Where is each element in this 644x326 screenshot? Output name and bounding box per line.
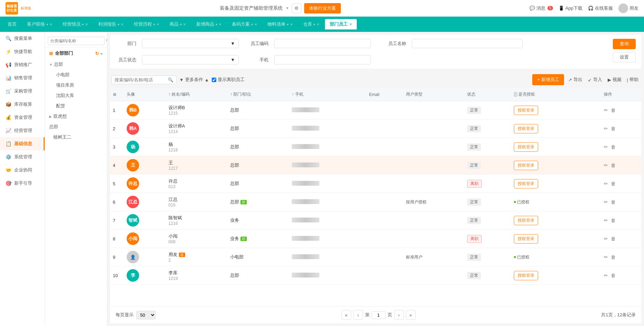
cell-empty: [580, 120, 601, 138]
sidebar-item-business[interactable]: 📈 经营管理: [0, 124, 45, 137]
first-page-button[interactable]: «: [342, 310, 351, 320]
app-download-button[interactable]: 📱 App下载: [559, 5, 582, 11]
import-button[interactable]: ↙ 导入: [587, 75, 604, 84]
edit-icon[interactable]: ✏: [604, 254, 608, 260]
message-button[interactable]: 💬 消息 5: [529, 5, 553, 11]
auth-login-button[interactable]: 授权登录: [514, 271, 538, 280]
edit-icon[interactable]: ✏: [604, 236, 608, 241]
delete-icon[interactable]: 🗑: [611, 199, 616, 205]
auth-login-button[interactable]: 授权登录: [514, 216, 538, 225]
tab-profit[interactable]: 利润报告 ▾ ✕: [93, 19, 128, 29]
next-page-button[interactable]: ›: [394, 310, 404, 320]
online-service-button[interactable]: 🎧 在线客服: [588, 5, 613, 11]
export-button[interactable]: ↗ 导出: [567, 75, 584, 84]
edit-icon[interactable]: ✏: [604, 218, 608, 223]
tab-add-goods[interactable]: 新增商品 ▾ ✕: [191, 19, 226, 29]
dropdown-icon[interactable]: ▼: [285, 6, 289, 10]
auth-login-button[interactable]: 授权登录: [514, 234, 538, 244]
sidebar-item-purchase[interactable]: 🛒 采购管理: [0, 85, 45, 98]
show-resigned-checkbox[interactable]: 显示离职员工: [212, 77, 245, 83]
help-button[interactable]: | 帮助: [626, 75, 640, 84]
tree-node-electronics[interactable]: 小电部: [45, 70, 107, 80]
delete-icon[interactable]: 🗑: [611, 254, 616, 260]
edit-icon[interactable]: ✏: [604, 126, 608, 131]
last-page-button[interactable]: »: [406, 310, 416, 320]
tree-search-input[interactable]: [48, 37, 105, 45]
user-menu[interactable]: 用友: [618, 3, 638, 13]
guide-icon: 🎯: [6, 180, 11, 186]
sidebar-item-collab[interactable]: 🤝 企业协同: [0, 164, 45, 177]
status-select[interactable]: ▼: [142, 55, 239, 64]
tree-node-head-office[interactable]: ▼ 总部: [45, 59, 107, 70]
sidebar-item-basic[interactable]: 📋 基础信息: [0, 137, 45, 150]
prev-page-button[interactable]: ‹: [353, 310, 363, 320]
sidebar-item-search[interactable]: 🔍 搜索菜单: [0, 32, 45, 45]
sidebar-item-inventory[interactable]: 📦 库存核算: [0, 98, 45, 111]
tab-goods[interactable]: 商品 ▾ ✕: [165, 19, 191, 29]
cell-empty: [580, 175, 601, 193]
cell-empty: [580, 101, 601, 120]
tree-node-distribution[interactable]: 配货: [45, 101, 107, 111]
cell-phone: [289, 101, 366, 120]
th-name[interactable]: ↑ 姓名/编码: [166, 88, 227, 101]
tree-collapse-icon[interactable]: «: [100, 51, 103, 56]
tab-operation[interactable]: 经营情况 ▾ ✕: [58, 19, 93, 29]
page-size-select[interactable]: 50 100 200: [136, 311, 156, 319]
tab-warehouse[interactable]: 仓库 ▾ ✕: [298, 19, 324, 29]
sidebar-item-quicknav[interactable]: ⚡ 快捷导航: [0, 45, 45, 58]
page-number-input[interactable]: [372, 311, 386, 319]
delete-icon[interactable]: 🗑: [611, 107, 616, 113]
search-button[interactable]: 查询: [613, 39, 636, 49]
status-badge: 离职: [467, 235, 482, 243]
tree-node-shenyang[interactable]: 沈阳大库: [45, 90, 107, 101]
auth-login-button[interactable]: 授权登录: [514, 161, 538, 170]
tree-node-project[interactable]: 项目库房: [45, 80, 107, 90]
sidebar-item-finance[interactable]: 💰 资金管理: [0, 111, 45, 124]
setting-button[interactable]: 设置: [613, 52, 636, 62]
tree-node-shuanghu[interactable]: ▶ 双虎想: [45, 111, 107, 122]
dept-select[interactable]: ▼: [142, 39, 239, 48]
edit-icon[interactable]: ✏: [604, 199, 608, 205]
auth-login-button[interactable]: 授权登录: [514, 179, 538, 188]
view-button[interactable]: ▶ 视频: [606, 75, 623, 84]
delete-icon[interactable]: 🗑: [611, 273, 616, 278]
delete-icon[interactable]: 🗑: [611, 236, 616, 241]
employee-code-input[interactable]: [274, 39, 371, 48]
tree-node-zhishu[interactable]: 植树王二: [45, 132, 107, 142]
delete-icon[interactable]: 🗑: [611, 126, 616, 131]
tab-department[interactable]: 部门员工 ✕: [325, 19, 357, 29]
edit-icon[interactable]: ✏: [604, 144, 608, 150]
gear-button[interactable]: ⚙: [292, 3, 301, 13]
quick-search-input[interactable]: [115, 77, 166, 82]
sidebar-item-system[interactable]: ⚙️ 系统管理: [0, 150, 45, 164]
more-filter-button[interactable]: ▼ 更多条件 ▲: [179, 77, 209, 83]
tree-node-head-office2[interactable]: 总部: [45, 122, 107, 132]
th-phone[interactable]: ↑ 手机: [289, 88, 366, 101]
tab-bom[interactable]: 物料清单 ▾ ✕: [263, 19, 298, 29]
tree-refresh-icon[interactable]: ↻: [95, 51, 99, 56]
edit-icon[interactable]: ✏: [604, 273, 608, 278]
edit-icon[interactable]: ✏: [604, 181, 608, 186]
search-icon-small[interactable]: 🔍: [168, 77, 173, 82]
trial-button[interactable]: 体验行业方案: [304, 3, 341, 14]
delete-icon[interactable]: 🗑: [611, 218, 616, 223]
delete-icon[interactable]: 🗑: [611, 181, 616, 186]
sidebar-item-marketing[interactable]: 📢 营销推广: [0, 58, 45, 71]
auth-login-button[interactable]: 授权登录: [514, 124, 538, 133]
tab-home[interactable]: 首页: [3, 19, 21, 29]
auth-login-button[interactable]: 授权登录: [514, 106, 538, 115]
employee-name-input[interactable]: [412, 39, 523, 48]
edit-icon[interactable]: ✏: [604, 107, 608, 113]
tab-barcode[interactable]: 条码方案 ▾ ✕: [227, 19, 262, 29]
th-dept[interactable]: ↑ 部门/职位: [227, 88, 289, 101]
auth-login-button[interactable]: 授权登录: [514, 142, 538, 152]
add-employee-button[interactable]: + 新增员工: [532, 74, 564, 85]
edit-icon[interactable]: ✏: [604, 162, 608, 168]
phone-input[interactable]: [274, 55, 371, 64]
sidebar-item-sales[interactable]: 📊 销售管理: [0, 71, 45, 85]
tab-history[interactable]: 经营历程 ▾ ✕: [129, 19, 164, 29]
delete-icon[interactable]: 🗑: [611, 144, 616, 150]
tab-customer[interactable]: 客户联络 ▾ ✕: [22, 19, 57, 29]
sidebar-item-guide[interactable]: 🎯 新手引导: [0, 177, 45, 190]
delete-icon[interactable]: 🗑: [611, 162, 616, 168]
